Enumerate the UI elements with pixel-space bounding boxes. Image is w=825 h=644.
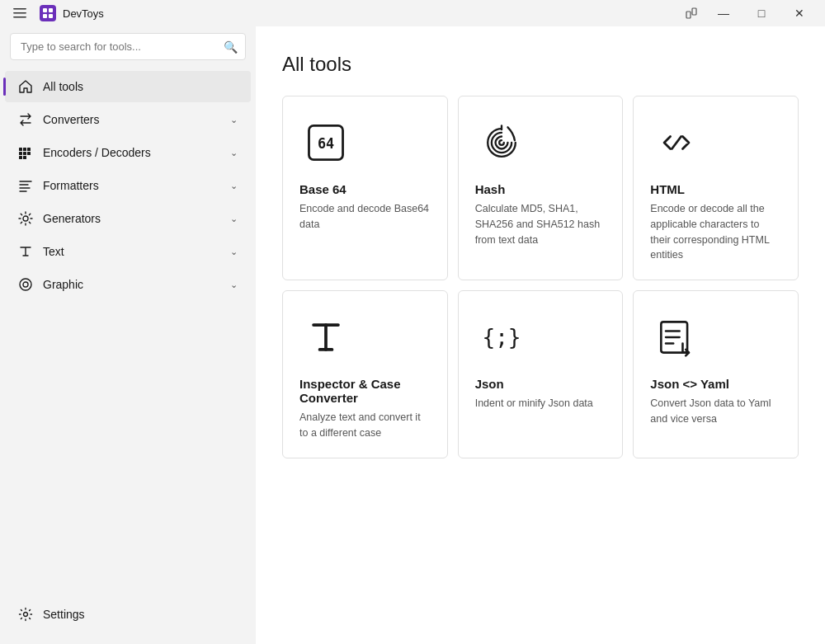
chevron-down-icon-2: ⌄	[230, 148, 238, 158]
svg-point-21	[23, 216, 28, 221]
svg-rect-14	[27, 152, 31, 155]
svg-rect-10	[23, 148, 26, 151]
search-box[interactable]: 🔍	[10, 33, 246, 60]
tool-name-hash: Hash	[475, 182, 606, 196]
window-controls: — □ ✕	[678, 0, 818, 26]
snap-button[interactable]	[678, 0, 705, 26]
sidebar-label-text: Text	[43, 245, 220, 258]
tool-desc-json: Indent or minify Json data	[475, 396, 606, 411]
titlebar: DevToys — □ ✕	[0, 0, 825, 26]
tool-card-base64[interactable]: 64 Base 64 Encode and decode Base64 data	[282, 96, 448, 280]
hamburger-button[interactable]	[7, 0, 33, 26]
chevron-down-icon-3: ⌄	[230, 181, 238, 191]
home-icon	[18, 79, 33, 94]
sidebar-label-settings: Settings	[43, 608, 238, 621]
svg-rect-2	[13, 16, 26, 18]
svg-rect-16	[23, 156, 26, 159]
sidebar-item-graphic[interactable]: Graphic ⌄	[5, 269, 251, 300]
svg-rect-3	[43, 8, 47, 12]
tool-name-html: HTML	[650, 182, 781, 196]
svg-rect-13	[23, 152, 26, 155]
sidebar-item-settings[interactable]: Settings	[5, 599, 251, 630]
json-icon: {;}	[475, 311, 528, 364]
html-icon	[650, 116, 703, 169]
svg-rect-11	[27, 148, 31, 151]
svg-text:{;}: {;}	[482, 325, 521, 350]
titlebar-left: DevToys	[7, 0, 104, 26]
chevron-down-icon-5: ⌄	[230, 247, 238, 257]
sidebar-label-all-tools: All tools	[43, 80, 238, 93]
maximize-button[interactable]: □	[742, 0, 780, 26]
sidebar-label-encoders: Encoders / Decoders	[43, 146, 220, 159]
content-area: All tools 64 Base 64 Encode and decode B…	[256, 26, 825, 644]
tool-name-inspector: Inspector & Case Converter	[299, 377, 431, 405]
sidebar-item-text[interactable]: Text ⌄	[5, 236, 251, 267]
svg-rect-1	[13, 12, 26, 14]
chevron-down-icon-6: ⌄	[230, 280, 238, 290]
search-input[interactable]	[10, 33, 246, 60]
sidebar-label-graphic: Graphic	[43, 278, 220, 291]
tool-desc-html: Encode or decode all the applicable char…	[650, 201, 781, 263]
app-title: DevToys	[63, 7, 104, 20]
tool-desc-hash: Calculate MD5, SHA1, SHA256 and SHA512 h…	[475, 201, 606, 247]
tool-desc-base64: Encode and decode Base64 data	[299, 201, 431, 233]
search-icon: 🔍	[224, 40, 238, 54]
tool-name-base64: Base 64	[299, 182, 431, 196]
chevron-down-icon: ⌄	[230, 115, 238, 125]
svg-point-22	[20, 279, 31, 290]
close-button[interactable]: ✕	[780, 0, 818, 26]
svg-line-28	[672, 137, 681, 149]
inspector-icon	[299, 311, 352, 364]
sidebar-label-formatters: Formatters	[43, 179, 220, 192]
tools-grid: 64 Base 64 Encode and decode Base64 data	[282, 96, 799, 458]
sidebar-label-generators: Generators	[43, 212, 220, 225]
formatters-icon	[18, 178, 33, 193]
tool-card-hash[interactable]: Hash Calculate MD5, SHA1, SHA256 and SHA…	[458, 96, 624, 280]
graphic-icon	[18, 277, 33, 292]
sidebar: 🔍 All tools Converters ⌄	[0, 26, 256, 644]
tool-card-json[interactable]: {;} Json Indent or minify Json data	[458, 290, 624, 458]
svg-rect-8	[692, 8, 696, 15]
page-title: All tools	[282, 53, 799, 76]
svg-rect-9	[19, 148, 22, 151]
svg-rect-4	[49, 8, 53, 12]
svg-rect-7	[686, 12, 691, 18]
sidebar-bottom: Settings	[0, 588, 256, 631]
tool-desc-json-yaml: Convert Json data to Yaml and vice versa	[650, 396, 781, 427]
settings-icon	[18, 607, 33, 622]
tool-card-html[interactable]: HTML Encode or decode all the applicable…	[633, 96, 799, 280]
base64-icon: 64	[299, 116, 352, 169]
svg-text:64: 64	[318, 135, 334, 152]
sidebar-item-all-tools[interactable]: All tools	[5, 71, 251, 102]
sidebar-label-converters: Converters	[43, 113, 220, 126]
sidebar-item-generators[interactable]: Generators ⌄	[5, 203, 251, 234]
svg-rect-12	[19, 152, 22, 155]
tool-card-inspector[interactable]: Inspector & Case Converter Analyze text …	[282, 290, 448, 458]
svg-point-24	[24, 613, 28, 617]
svg-rect-15	[19, 156, 22, 159]
svg-rect-0	[13, 8, 26, 10]
encoders-icon	[18, 145, 33, 160]
sidebar-item-encoders[interactable]: Encoders / Decoders ⌄	[5, 137, 251, 168]
svg-point-23	[23, 282, 28, 287]
svg-rect-5	[43, 14, 47, 18]
hash-icon	[475, 116, 528, 169]
sidebar-item-formatters[interactable]: Formatters ⌄	[5, 170, 251, 201]
main-layout: 🔍 All tools Converters ⌄	[0, 26, 825, 644]
converters-icon	[18, 112, 33, 127]
chevron-down-icon-4: ⌄	[230, 214, 238, 224]
tool-desc-inspector: Analyze text and convert it to a differe…	[299, 410, 431, 441]
generators-icon	[18, 211, 33, 226]
app-logo	[40, 5, 56, 21]
minimize-button[interactable]: —	[705, 0, 742, 26]
tool-card-json-yaml[interactable]: Json <> Yaml Convert Json data to Yaml a…	[633, 290, 799, 458]
svg-rect-6	[49, 14, 53, 18]
sidebar-item-converters[interactable]: Converters ⌄	[5, 104, 251, 135]
tool-name-json-yaml: Json <> Yaml	[650, 377, 781, 391]
json-yaml-icon	[650, 311, 703, 364]
tool-name-json: Json	[475, 377, 606, 391]
text-icon	[18, 244, 33, 259]
